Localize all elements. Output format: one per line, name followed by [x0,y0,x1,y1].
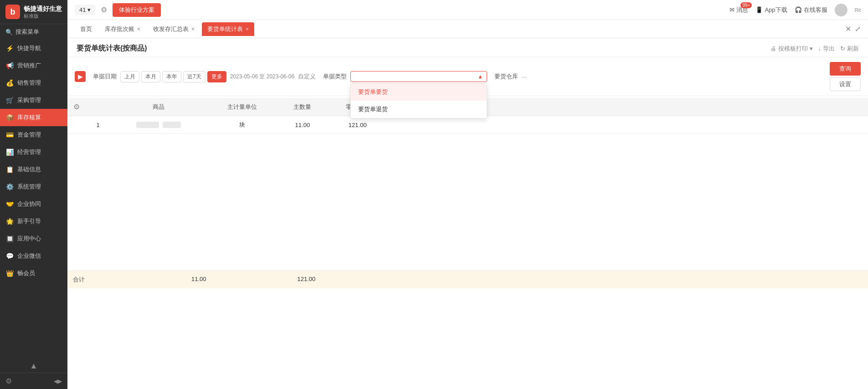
app-logo-icon: b [5,5,20,19]
brand-sub: 标准版 [24,13,62,19]
type-dropdown-wrapper: ▲ 要货单要货 要货单退货 [350,71,487,82]
nav-label-wechat: 企业微信 [17,252,41,260]
app-brand: 畅捷通好生意 标准版 [24,5,62,19]
date-filter-section: 单据日期 上月 本月 本年 近7天 更多 2023-05-06 至 2023-0… [93,71,316,82]
tab-order-stats[interactable]: 要货单统计表× [202,22,254,36]
nav-icon-marketing: 📢 [5,61,14,70]
settings-button[interactable]: 设置 [830,77,861,91]
sidebar-item-operation[interactable]: 📊 经营管理 [0,143,67,161]
row-product-cell [110,116,207,134]
tab-home[interactable]: 首页 [75,22,98,36]
sidebar-nav: ⚡ 快捷导航 📢 营销推广 💰 销售管理 🛒 采购管理 📦 库存核算 💳 资金管… [0,40,67,359]
tab-close-receivables[interactable]: × [191,26,195,32]
col-settings: ⚙ [67,98,86,116]
sidebar-item-apps[interactable]: 🔲 应用中心 [0,230,67,247]
tab-close-order-stats[interactable]: × [246,26,249,32]
sidebar-bottom: ⚙ ◀▶ [0,373,67,389]
sidebar-item-vip[interactable]: 👑 畅会员 [0,265,67,282]
nav-icon-collab: 🤝 [5,200,14,208]
tabs-bar: 首页库存批次账×收发存汇总表×要货单统计表× ✕ ⤢ [67,20,868,38]
page-title-bar: 要货单统计表(按商品) 🖨 按模板打印 ▾ ↓ 导出 ↻ 刷新 [67,38,868,57]
tab-receivables[interactable]: 收发存汇总表× [148,22,200,36]
sidebar-item-finance[interactable]: 💳 资金管理 [0,126,67,143]
col-quantity: 主数量 [277,98,328,116]
app-download-item[interactable]: 📱 App下载 [755,6,787,14]
store-name: 41 [79,6,86,13]
tab-close-all-button[interactable]: ✕ [845,25,851,33]
nav-icon-quick-nav: ⚡ [5,44,14,52]
nav-label-guide: 新手引导 [17,217,41,225]
filter-bar: ▶ 单据日期 上月 本月 本年 近7天 更多 2023-05-06 至 2023… [67,57,868,96]
nav-label-finance: 资金管理 [17,131,41,139]
sidebar-item-wechat[interactable]: 💬 企业微信 [0,247,67,265]
refresh-button[interactable]: ↻ 刷新 [840,45,859,53]
collapse-icon[interactable]: ◀▶ [54,378,62,384]
chevron-down-icon: ▾ [87,6,91,13]
date-range-text: 2023-05-06 至 2023-06-06 [230,73,294,81]
nav-label-purchase: 采购管理 [17,96,41,104]
online-service-label: 在线客服 [804,6,827,14]
nav-icon-guide: 🌟 [5,217,14,225]
header-settings-icon[interactable]: ⚙ [101,5,107,14]
print-button[interactable]: 🖨 按模板打印 ▾ [770,45,813,53]
sidebar-item-quick-nav[interactable]: ⚡ 快捷导航 [0,40,67,57]
custom-date-label[interactable]: 自定义 [298,72,316,81]
nav-icon-operation: 📊 [5,148,14,156]
export-button[interactable]: ↓ 导出 [818,45,835,53]
user-avatar[interactable] [835,4,847,16]
date-btn-this-year[interactable]: 本年 [162,71,181,82]
online-service-item[interactable]: 🎧 在线客服 [795,6,827,14]
dropdown-item-0[interactable]: 要货单要货 [351,83,487,101]
tab-label-receivables: 收发存汇总表 [153,25,189,33]
date-btn-7days[interactable]: 近7天 [183,71,205,82]
sidebar-item-marketing[interactable]: 📢 营销推广 [0,57,67,74]
trial-button[interactable]: 体验行业方案 [113,3,161,17]
date-btn-more[interactable]: 更多 [207,71,226,82]
page-inner: 要货单统计表(按商品) 🖨 按模板打印 ▾ ↓ 导出 ↻ 刷新 [67,38,868,389]
app-download-label: App下载 [765,6,787,14]
messages-badge: 99+ [740,2,752,8]
refresh-icon: ↻ [840,45,845,52]
nav-icon-base: 📋 [5,165,14,174]
page-title-actions: 🖨 按模板打印 ▾ ↓ 导出 ↻ 刷新 [770,45,859,53]
date-btn-last-month[interactable]: 上月 [120,71,139,82]
expand-toggle-button[interactable]: ▶ [75,71,86,82]
sidebar-item-system[interactable]: ⚙️ 系统管理 [0,178,67,195]
table-settings-icon[interactable]: ⚙ [73,103,80,111]
query-button[interactable]: 查询 [830,62,861,76]
col-index [86,98,110,116]
tabs-right-controls: ✕ ⤢ [845,25,861,33]
sidebar-item-purchase[interactable]: 🛒 采购管理 [0,92,67,109]
date-btn-this-month[interactable]: 本月 [141,71,160,82]
sidebar-search[interactable]: 🔍 搜索菜单 [0,24,67,40]
date-filter-label: 单据日期 [93,72,117,81]
nav-label-inventory: 库存核算 [17,113,41,122]
type-filter-label: 单据类型 [323,72,347,81]
nav-icon-apps: 🔲 [5,235,14,243]
sidebar-item-guide[interactable]: 🌟 新手引导 [0,213,67,230]
type-dropdown[interactable]: ▲ [350,71,487,82]
tab-label-home: 首页 [80,25,92,33]
sidebar-item-collab[interactable]: 🤝 企业协同 [0,195,67,213]
warehouse-dots-icon[interactable]: ··· [522,73,527,80]
settings-icon[interactable]: ⚙ [5,377,12,385]
sidebar-item-inventory[interactable]: 📦 库存核算 [0,109,67,126]
footer-amount: 121.00 [298,276,316,284]
page-content: 要货单统计表(按商品) 🖨 按模板打印 ▾ ↓ 导出 ↻ 刷新 [67,38,868,389]
messages-item[interactable]: ✉ 消息 99+ [729,6,748,14]
tab-expand-button[interactable]: ⤢ [855,25,861,33]
sidebar-item-sales[interactable]: 💰 销售管理 [0,74,67,92]
sidebar-scroll-up[interactable]: ▲ [30,361,38,371]
headset-icon: 🎧 [795,6,802,13]
tab-close-inventory-batch[interactable]: × [137,26,140,32]
tab-inventory-batch[interactable]: 库存批次账× [99,22,146,36]
mobile-icon: 📱 [755,6,763,13]
store-selector[interactable]: 41 ▾ [75,5,95,15]
sidebar: b 畅捷通好生意 标准版 🔍 搜索菜单 ⚡ 快捷导航 📢 营销推广 💰 销售管理… [0,0,67,389]
nav-icon-finance: 💳 [5,131,14,139]
dropdown-item-1[interactable]: 要货单退货 [351,101,487,118]
col-unit: 主计量单位 [207,98,277,116]
nav-icon-inventory: 📦 [5,113,14,122]
sidebar-item-base[interactable]: 📋 基础信息 [0,161,67,178]
nav-label-vip: 畅会员 [17,269,35,277]
